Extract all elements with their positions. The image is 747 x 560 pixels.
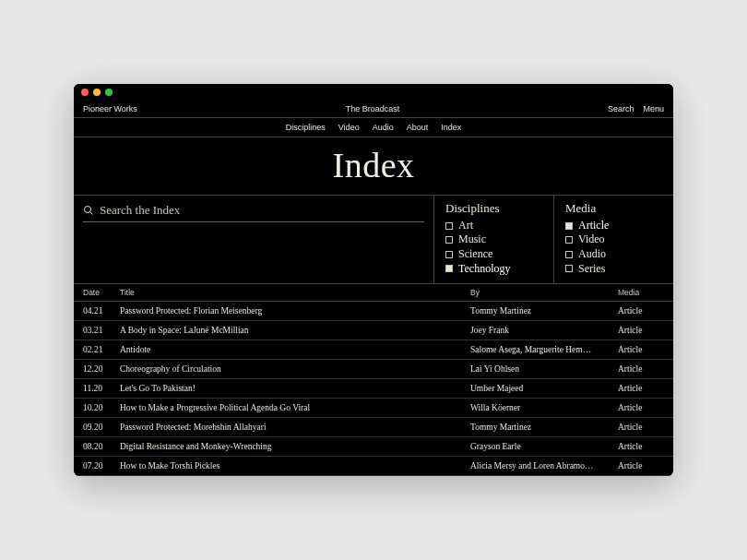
facet-item-video[interactable]: Video: [565, 232, 662, 247]
table-row[interactable]: 12.20Choreography of CirculationLai Yi O…: [74, 360, 673, 379]
cell-by: Willa Köerner: [470, 403, 618, 412]
filter-row: Disciplines Art Music Science Technology…: [74, 196, 673, 284]
checkbox-icon: [565, 222, 573, 230]
cell-media: Article: [618, 306, 664, 316]
facet-item-science[interactable]: Science: [445, 247, 542, 262]
cell-date: 10.20: [83, 403, 120, 412]
cell-by: Tommy Martinez: [470, 423, 618, 432]
cell-media: Article: [618, 403, 664, 412]
cell-date: 04.21: [83, 306, 120, 316]
facet-item-audio[interactable]: Audio: [565, 247, 662, 262]
cell-date: 03.21: [83, 326, 120, 335]
section-title[interactable]: The Broadcast: [346, 104, 400, 113]
cell-title: How to Make Torshi Pickles: [120, 461, 470, 471]
facet-label: Art: [458, 219, 473, 233]
nav-item-video[interactable]: Video: [338, 123, 360, 132]
table-row[interactable]: 03.21A Body in Space: LaJuné McMillianJo…: [74, 321, 673, 340]
cell-by: Joey Frank: [470, 326, 618, 335]
window-close-button[interactable]: [81, 89, 89, 96]
table-row[interactable]: 10.20How to Make a Progressive Political…: [74, 399, 673, 418]
facet-item-article[interactable]: Article: [565, 219, 662, 233]
cell-by: Umber Majeed: [470, 384, 618, 393]
checkbox-icon: [445, 222, 453, 230]
facet-label: Music: [458, 232, 486, 247]
checkbox-icon: [565, 265, 573, 272]
facet-label: Video: [578, 232, 605, 247]
cell-date: 11.20: [83, 384, 120, 393]
page-content: Pioneer Works The Broadcast Search Menu …: [74, 101, 673, 476]
facet-media: Media Article Video Audio Series: [553, 196, 673, 283]
col-header-title[interactable]: Title: [120, 288, 470, 297]
nav-item-audio[interactable]: Audio: [373, 123, 394, 132]
topbar-actions: Search Menu: [608, 104, 664, 113]
checkbox-icon: [445, 265, 453, 272]
facet-item-music[interactable]: Music: [445, 232, 542, 247]
nav-item-about[interactable]: About: [407, 123, 429, 132]
cell-title: A Body in Space: LaJuné McMillian: [120, 326, 470, 335]
cell-media: Article: [618, 461, 664, 471]
window-minimize-button[interactable]: [93, 89, 101, 96]
cell-media: Article: [618, 384, 664, 393]
cell-media: Article: [618, 364, 664, 374]
cell-by: Grayson Earle: [470, 442, 618, 451]
checkbox-icon: [565, 236, 573, 244]
cell-title: Digital Resistance and Monkey-Wrenching: [120, 442, 470, 451]
cell-date: 12.20: [83, 364, 120, 374]
cell-by: Tommy Martinez: [470, 306, 618, 316]
cell-title: Password Protected: Morehshin Allahyari: [120, 423, 470, 432]
search-icon: [83, 205, 94, 216]
window-maximize-button[interactable]: [105, 89, 113, 96]
cell-date: 09.20: [83, 423, 120, 432]
cell-title: Antidote: [120, 345, 470, 354]
cell-media: Article: [618, 423, 664, 432]
col-header-date[interactable]: Date: [83, 288, 120, 297]
facet-label: Article: [578, 219, 609, 233]
facet-label: Audio: [578, 247, 606, 262]
nav-item-disciplines[interactable]: Disciplines: [286, 123, 326, 132]
nav-item-index[interactable]: Index: [441, 123, 461, 132]
cell-title: Choreography of Circulation: [120, 364, 470, 374]
cell-date: 08.20: [83, 442, 120, 451]
site-topbar: Pioneer Works The Broadcast Search Menu: [74, 101, 673, 118]
search-link[interactable]: Search: [608, 104, 634, 113]
facet-label: Series: [578, 262, 605, 277]
cell-media: Article: [618, 442, 664, 451]
search-column: [74, 196, 433, 283]
cell-by: Alicia Mersy and Loren Abramo…: [470, 461, 618, 471]
table-body: 04.21Password Protected: Florian Meisenb…: [74, 302, 673, 476]
facet-heading-media: Media: [565, 201, 662, 216]
table-row[interactable]: 04.21Password Protected: Florian Meisenb…: [74, 302, 673, 321]
page-title: Index: [74, 137, 673, 196]
facet-label: Technology: [458, 262, 510, 277]
checkbox-icon: [445, 251, 453, 258]
primary-nav: Disciplines Video Audio About Index: [74, 118, 673, 137]
cell-date: 07.20: [83, 461, 120, 471]
table-header: Date Title By Media: [74, 284, 673, 302]
cell-media: Article: [618, 326, 664, 335]
cell-date: 02.21: [83, 345, 120, 354]
facet-disciplines: Disciplines Art Music Science Technology: [433, 196, 553, 283]
svg-point-0: [85, 206, 91, 212]
cell-title: Password Protected: Florian Meisenberg: [120, 306, 470, 316]
col-header-by[interactable]: By: [470, 288, 618, 297]
window-titlebar: [74, 84, 673, 101]
search-input[interactable]: [100, 203, 424, 218]
checkbox-icon: [445, 236, 453, 244]
table-row[interactable]: 02.21AntidoteSalome Asega, Marguerite He…: [74, 340, 673, 360]
table-row[interactable]: 09.20Password Protected: Morehshin Allah…: [74, 418, 673, 437]
facet-item-series[interactable]: Series: [565, 262, 662, 277]
site-name[interactable]: Pioneer Works: [83, 104, 137, 113]
facet-heading-disciplines: Disciplines: [445, 201, 542, 216]
search-wrap: [83, 203, 424, 222]
table-row[interactable]: 07.20How to Make Torshi PicklesAlicia Me…: [74, 457, 673, 476]
menu-link[interactable]: Menu: [643, 104, 664, 113]
table-row[interactable]: 11.20Let's Go To Pakistan!Umber MajeedAr…: [74, 379, 673, 399]
cell-title: Let's Go To Pakistan!: [120, 384, 470, 393]
facet-item-technology[interactable]: Technology: [445, 262, 542, 277]
col-header-media[interactable]: Media: [618, 288, 664, 297]
cell-by: Salome Asega, Marguerite Hem…: [470, 345, 618, 354]
cell-media: Article: [618, 345, 664, 354]
table-row[interactable]: 08.20Digital Resistance and Monkey-Wrenc…: [74, 437, 673, 457]
cell-title: How to Make a Progressive Political Agen…: [120, 403, 470, 412]
facet-item-art[interactable]: Art: [445, 219, 542, 233]
